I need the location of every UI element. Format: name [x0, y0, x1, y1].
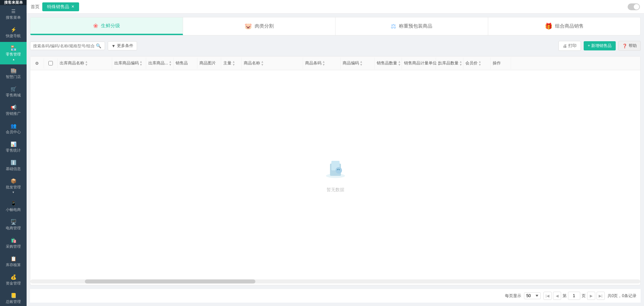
tab-fresh-grade[interactable]: ❀ 生鲜分级 [30, 17, 183, 35]
th-product-code[interactable]: 出库商品编码 ▲▼ [112, 58, 146, 69]
sidebar-item-label: 电商管理 [6, 226, 21, 231]
sort-icon: ▲▼ [322, 60, 325, 66]
sort-icon: ▲▼ [139, 60, 143, 66]
sidebar-item-purchase-mgmt[interactable]: 🛍️ 采购管理 [0, 234, 27, 253]
sidebar-item-ledger[interactable]: 📒 总账管理 [0, 289, 27, 306]
tab-meat-cut[interactable]: 🐷 肉类分割 [183, 17, 336, 35]
tab-close-button[interactable]: ✕ [71, 4, 74, 9]
table-container: ⚙ 出库商品名称 ▲▼ 出库商品编码 ▲▼ 出库商品... ▲▼ 销售品 [30, 56, 641, 285]
sort-icon: ▲▼ [360, 60, 363, 66]
sidebar-item-mini-ecom[interactable]: 📱 小畅电商 [0, 197, 27, 216]
toolbar: 🔍 ▼ 更多条件 🖨 打印 + 新增销售品 ❓ 帮助 [30, 39, 641, 53]
sidebar-item-label: 快捷导航 [6, 33, 21, 39]
sort-icon: ▲▼ [232, 60, 235, 66]
sidebar-item-batch-mgmt[interactable]: 📦 批发管理 [0, 175, 27, 197]
empty-illustration [322, 155, 349, 183]
toolbar-right: 🖨 打印 + 新增销售品 ❓ 帮助 [558, 41, 641, 51]
new-sale-button[interactable]: + 新增销售品 [584, 41, 616, 50]
sort-icon: ▲▼ [398, 60, 401, 66]
sidebar-item-retail-mall[interactable]: 🛒 零售商城 [0, 83, 27, 101]
sort-icon: ▲▼ [478, 60, 481, 66]
people-icon: 👥 [11, 123, 16, 128]
svg-point-5 [339, 169, 340, 170]
fresh-grade-icon: ❀ [93, 22, 98, 30]
sidebar-item-retail-mgmt[interactable]: 🏪 零售管理 [0, 42, 27, 64]
th-member-price[interactable]: 会员价 ▲▼ [463, 58, 491, 69]
select-all-checkbox[interactable] [48, 61, 53, 65]
last-page-button[interactable]: ▶| [597, 292, 605, 300]
help-button[interactable]: ❓ 帮助 [618, 41, 641, 51]
sidebar-item-label: 零售商城 [6, 93, 21, 98]
sidebar-item-label: 总账管理 [6, 299, 21, 304]
search-input[interactable] [33, 44, 94, 48]
store-icon: 🏪 [11, 45, 16, 51]
th-checkbox[interactable] [44, 58, 58, 68]
scale-pkg-icon: ⚖ [391, 22, 396, 30]
tab-combo-label: 组合商品销售 [555, 23, 584, 29]
help-label: 帮助 [629, 43, 637, 49]
svg-point-4 [337, 169, 338, 170]
top-bar: 首页 特殊销售品 ✕ [27, 0, 644, 14]
new-label: + 新增销售品 [588, 43, 612, 49]
th-product-spec[interactable]: 出库商品... ▲▼ [146, 58, 174, 69]
sidebar: 搜客来菜单 ☰ 搜客菜单 ⚡ 快捷导航 🏪 零售管理 🏬 智慧门店 🛒 零售商城… [0, 0, 27, 306]
page-container: ❀ 生鲜分级 🐷 肉类分割 ⚖ 称重预包装商品 🎁 组合商品销售 🔍 [27, 14, 644, 306]
sidebar-item-members[interactable]: 👥 会员中心 [0, 120, 27, 138]
filter-icon: ▼ [111, 44, 116, 48]
sidebar-item-ecom-mgmt[interactable]: 🖥️ 电商管理 [0, 216, 27, 234]
th-sku[interactable]: 商品编码 ▲▼ [341, 58, 375, 69]
sidebar-item-search[interactable]: ☰ 搜客菜单 [0, 5, 27, 24]
th-weight[interactable]: 主量 ▲▼ [221, 58, 242, 69]
th-sale-qty[interactable]: 销售品数量 ▲▼ [375, 58, 402, 69]
filter-button[interactable]: ▼ 更多条件 [108, 41, 137, 50]
print-button[interactable]: 🖨 打印 [558, 41, 581, 51]
sidebar-item-finance[interactable]: 💰 资金管理 [0, 271, 27, 289]
combo-icon: 🎁 [545, 22, 552, 30]
ledger-icon: 📒 [11, 293, 16, 298]
th-ops: 操作 [491, 58, 511, 69]
total-info: 共0页，0条记录 [608, 293, 636, 299]
page-nav: |◀ ◀ 第 页 ▶ ▶| [543, 292, 605, 300]
shopping-icon: 🛍️ [11, 238, 16, 243]
tab-scale-pkg[interactable]: ⚖ 称重预包装商品 [335, 17, 488, 35]
sidebar-item-label: 批发管理 [6, 185, 21, 190]
th-name[interactable]: 商品名称 ▲▼ [242, 58, 303, 69]
sort-icon: ▲▼ [169, 60, 172, 66]
th-settings[interactable]: ⚙ [30, 58, 44, 68]
chart-icon: 📊 [11, 141, 16, 147]
scrollbar-thumb[interactable] [85, 279, 255, 284]
sidebar-logo: 搜客来菜单 [0, 0, 27, 5]
first-page-button[interactable]: |◀ [543, 292, 552, 300]
per-page-select[interactable]: 50 10 20 100 [524, 292, 541, 299]
horizontal-scrollbar[interactable] [30, 279, 640, 284]
th-stock-qty[interactable]: 出库品数量 ▲▼ [436, 58, 463, 69]
th-product-name[interactable]: 出库商品名称 ▲▼ [58, 58, 112, 69]
active-tab-label: 特殊销售品 [47, 4, 69, 10]
menu-icon: ☰ [11, 9, 16, 14]
sidebar-item-label: 会员中心 [6, 129, 21, 135]
desktop-icon: 🖥️ [11, 219, 16, 225]
sidebar-item-smart-store[interactable]: 🏬 智慧门店 [0, 64, 27, 83]
box-icon: 📦 [11, 178, 16, 184]
help-icon: ❓ [622, 44, 627, 48]
sidebar-item-inventory[interactable]: 📋 库存核算 [0, 253, 27, 271]
tab-combo[interactable]: 🎁 组合商品销售 [488, 17, 641, 35]
prev-page-button[interactable]: ◀ [553, 292, 561, 300]
main-content: 首页 特殊销售品 ✕ ❀ 生鲜分级 🐷 肉类分割 ⚖ 称重预包装商品 [27, 0, 644, 306]
sidebar-item-basic-info[interactable]: ℹ️ 基础信息 [0, 156, 27, 175]
print-icon: 🖨 [563, 44, 567, 48]
th-barcode[interactable]: 商品条码 ▲▼ [303, 58, 341, 69]
toggle-switch[interactable] [628, 3, 640, 10]
breadcrumb-home[interactable]: 首页 [31, 4, 40, 10]
th-unit[interactable]: 销售商品计量单位 ▲▼ [402, 58, 436, 69]
sidebar-item-label: 资金管理 [6, 281, 21, 286]
page-number-input[interactable] [568, 292, 580, 300]
sidebar-item-retail-stats[interactable]: 📊 零售统计 [0, 138, 27, 156]
sidebar-item-marketing[interactable]: 📢 营销推广 [0, 101, 27, 120]
info-icon: ℹ️ [11, 160, 16, 165]
sidebar-item-quick-nav[interactable]: ⚡ 快捷导航 [0, 24, 27, 42]
next-page-button[interactable]: ▶ [587, 292, 595, 300]
money-icon: 💰 [11, 274, 16, 280]
per-page-label: 每页显示 [505, 293, 521, 299]
active-tab[interactable]: 特殊销售品 ✕ [42, 2, 79, 11]
